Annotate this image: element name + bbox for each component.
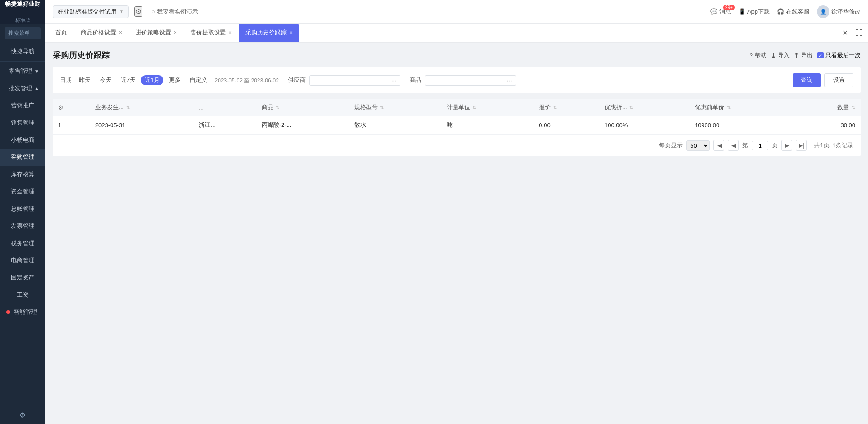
help-button[interactable]: ? 帮助 bbox=[750, 51, 766, 59]
sidebar-item-capital[interactable]: 资金管理 bbox=[0, 183, 45, 200]
cell-quantity: 30.00 bbox=[795, 116, 861, 134]
date-btn-custom[interactable]: 自定义 bbox=[186, 75, 211, 85]
first-page-button[interactable]: |◀ bbox=[713, 140, 724, 151]
sort-icon-discount: ⇅ bbox=[629, 105, 633, 110]
user-name: 徐泽华修改 bbox=[831, 8, 861, 16]
sidebar-bottom: ⚙ bbox=[0, 406, 45, 424]
date-btn-today[interactable]: 今天 bbox=[96, 75, 115, 85]
date-range-display: 2023-05-02 至 2023-06-02 bbox=[215, 77, 278, 85]
import-button[interactable]: ⤓ 导入 bbox=[771, 51, 790, 59]
cell-spec: 散水 bbox=[349, 116, 441, 134]
cell-index: 1 bbox=[53, 116, 90, 134]
supplier-dots[interactable]: ··· bbox=[391, 77, 396, 84]
sidebar-item-fixed-assets[interactable]: 固定资产 bbox=[0, 269, 45, 286]
intelligent-label: 智能管理 bbox=[12, 308, 39, 316]
sidebar: 畅捷通好业财 标准版 搜索菜单 快捷导航 零售管理 ▼ 批发管理 ▲ 营销推广 … bbox=[0, 0, 45, 424]
th-quote[interactable]: 报价 ⇅ bbox=[533, 99, 599, 116]
sidebar-item-purchase[interactable]: 采购管理 bbox=[0, 149, 45, 166]
date-btn-7days[interactable]: 近7天 bbox=[117, 75, 139, 85]
goods-input[interactable] bbox=[429, 77, 505, 84]
message-icon: 💬 bbox=[710, 8, 717, 15]
sidebar-item-retail[interactable]: 零售管理 ▼ bbox=[0, 63, 45, 80]
user-menu[interactable]: 👤 徐泽华修改 bbox=[817, 5, 861, 18]
cell-goods: 丙烯酸-2-... bbox=[256, 116, 349, 134]
th-goods[interactable]: 商品 ⇅ bbox=[256, 99, 349, 116]
tabbar-close-button[interactable]: ✕ bbox=[840, 27, 850, 39]
tab-purchase-strategy-close[interactable]: × bbox=[174, 29, 177, 36]
th-gear[interactable]: ⚙ bbox=[53, 99, 90, 116]
export-button[interactable]: ⤒ 导出 bbox=[794, 51, 813, 59]
tab-home-label: 首页 bbox=[55, 29, 67, 37]
tab-sale-price-close[interactable]: × bbox=[229, 29, 232, 36]
date-btn-yesterday[interactable]: 昨天 bbox=[75, 75, 94, 85]
sidebar-item-payroll[interactable]: 工资 bbox=[0, 286, 45, 304]
sort-icon-quantity: ⇅ bbox=[852, 105, 855, 110]
th-spec[interactable]: 规格型号 ⇅ bbox=[349, 99, 441, 116]
th-discount[interactable]: 优惠折... ⇅ bbox=[599, 99, 689, 116]
support-button[interactable]: 🎧 在线客服 bbox=[777, 8, 809, 16]
checkbox-icon bbox=[817, 52, 824, 58]
export-icon: ⤒ bbox=[794, 52, 799, 59]
last-only-checkbox[interactable]: 只看最后一次 bbox=[817, 51, 861, 59]
cell-discount: 100.00% bbox=[599, 116, 689, 134]
per-page-select[interactable]: 10 20 50 100 bbox=[686, 140, 710, 151]
prev-page-button[interactable]: ◀ bbox=[728, 140, 739, 151]
tabbar-fullscreen-button[interactable]: ⛶ bbox=[853, 27, 864, 39]
th-date[interactable]: 业务发生... ⇅ bbox=[90, 99, 193, 116]
search-menu-button[interactable]: 搜索菜单 bbox=[5, 27, 41, 39]
sidebar-item-ecommerce[interactable]: 电商管理 bbox=[0, 252, 45, 269]
tab-purchase-history-close[interactable]: × bbox=[289, 29, 293, 36]
tab-purchase-strategy[interactable]: 进价策略设置 × bbox=[129, 24, 183, 42]
cell-supplier: 浙江... bbox=[193, 116, 256, 134]
demo-button[interactable]: ○ 我要看实例演示 bbox=[151, 8, 198, 16]
sidebar-item-general-ledger[interactable]: 总账管理 bbox=[0, 200, 45, 217]
supplier-input[interactable] bbox=[313, 77, 390, 84]
export-label: 导出 bbox=[801, 51, 813, 59]
sidebar-item-invoice[interactable]: 发票管理 bbox=[0, 217, 45, 235]
app-download-button[interactable]: 📱 App下载 bbox=[738, 8, 770, 16]
more-icon[interactable]: ... bbox=[199, 104, 204, 111]
next-page-button[interactable]: ▶ bbox=[781, 140, 792, 151]
demo-label: 我要看实例演示 bbox=[157, 8, 198, 16]
tax-label: 税务管理 bbox=[6, 239, 39, 247]
th-pre-discount[interactable]: 优惠前单价 ⇅ bbox=[689, 99, 795, 116]
sidebar-item-ecommerce-small[interactable]: 小畅电商 bbox=[0, 131, 45, 149]
fixed-assets-label: 固定资产 bbox=[6, 274, 39, 282]
product-selector[interactable]: 好业财标准版交付试用 ▼ bbox=[53, 5, 129, 18]
topbar-settings-button[interactable]: ⚙ bbox=[134, 6, 142, 17]
date-btn-more[interactable]: 更多 bbox=[165, 75, 184, 85]
th-unit[interactable]: 计量单位 ⇅ bbox=[441, 99, 534, 116]
date-buttons: 昨天 今天 近7天 近1月 更多 自定义 bbox=[75, 75, 211, 85]
sidebar-item-marketing[interactable]: 营销推广 bbox=[0, 97, 45, 114]
gear-icon[interactable]: ⚙ bbox=[58, 104, 63, 111]
tab-purchase-history[interactable]: 采购历史价跟踪 × bbox=[239, 24, 299, 42]
message-button[interactable]: 💬 消息 99+ bbox=[710, 8, 731, 16]
page-number-input[interactable] bbox=[752, 141, 768, 150]
sidebar-item-tax[interactable]: 税务管理 bbox=[0, 235, 45, 252]
supplier-label: 供应商 bbox=[288, 76, 306, 84]
tab-goods-price[interactable]: 商品价格设置 × bbox=[74, 24, 128, 42]
tab-goods-price-close[interactable]: × bbox=[119, 29, 122, 36]
goods-dots[interactable]: ··· bbox=[507, 77, 512, 84]
tab-home[interactable]: 首页 bbox=[49, 24, 73, 42]
last-page-button[interactable]: ▶| bbox=[796, 140, 807, 151]
sales-label: 销售管理 bbox=[6, 119, 39, 127]
query-button[interactable]: 查询 bbox=[793, 73, 821, 87]
sidebar-item-intelligent[interactable]: 智能管理 bbox=[0, 304, 45, 321]
tab-sale-price[interactable]: 售价提取设置 × bbox=[184, 24, 238, 42]
goods-input-wrap: ··· bbox=[425, 75, 516, 86]
sidebar-logo: 畅捷通好业财 标准版 bbox=[0, 0, 45, 24]
th-quantity[interactable]: 数量 ⇅ bbox=[795, 99, 861, 116]
settings-button[interactable]: 设置 bbox=[824, 73, 853, 87]
avatar: 👤 bbox=[817, 5, 829, 18]
total-info: 共1页, 1条记录 bbox=[814, 141, 853, 149]
sidebar-item-quick-nav[interactable]: 快捷导航 bbox=[0, 43, 45, 60]
cell-unit: 吨 bbox=[441, 116, 534, 134]
settings-icon[interactable]: ⚙ bbox=[20, 411, 26, 419]
sidebar-item-sales[interactable]: 销售管理 bbox=[0, 114, 45, 131]
sort-icon-spec: ⇅ bbox=[380, 105, 384, 110]
th-more[interactable]: ... bbox=[193, 99, 256, 116]
sidebar-item-inventory[interactable]: 库存核算 bbox=[0, 166, 45, 183]
sidebar-item-wholesale[interactable]: 批发管理 ▲ bbox=[0, 80, 45, 97]
date-btn-1month[interactable]: 近1月 bbox=[141, 75, 163, 85]
